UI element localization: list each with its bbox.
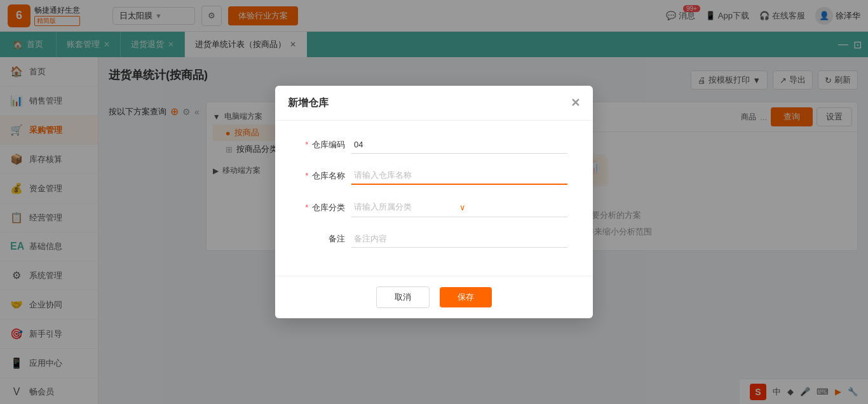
form-row-category: * 仓库分类 请输入所属分类 ∨: [301, 198, 567, 217]
modal-header: 新增仓库 ✕: [275, 86, 593, 121]
modal-footer: 取消 保存: [275, 276, 593, 318]
form-row-code: * 仓库编码: [301, 136, 567, 154]
category-arrow-icon: ∨: [459, 203, 565, 212]
form-label-category: * 仓库分类: [301, 202, 345, 213]
modal-title: 新增仓库: [288, 97, 329, 110]
modal-overlay[interactable]: 新增仓库 ✕ * 仓库编码 * 仓库名称: [0, 0, 868, 404]
modal-body: * 仓库编码 * 仓库名称 * 仓库分类 请输入: [275, 121, 593, 276]
warehouse-note-input[interactable]: [351, 230, 567, 248]
modal-close-icon[interactable]: ✕: [571, 96, 580, 110]
form-row-name: * 仓库名称: [301, 166, 567, 185]
warehouse-code-input[interactable]: [351, 136, 567, 154]
warehouse-name-input[interactable]: [351, 166, 567, 185]
save-button[interactable]: 保存: [440, 287, 492, 307]
form-label-code: * 仓库编码: [301, 139, 345, 151]
form-label-name: * 仓库名称: [301, 170, 345, 182]
add-warehouse-modal: 新增仓库 ✕ * 仓库编码 * 仓库名称: [275, 86, 593, 318]
cancel-button[interactable]: 取消: [376, 286, 430, 308]
form-row-note: 备注: [301, 230, 567, 248]
form-label-note: 备注: [301, 233, 345, 245]
warehouse-category-select[interactable]: 请输入所属分类 ∨: [351, 198, 567, 217]
